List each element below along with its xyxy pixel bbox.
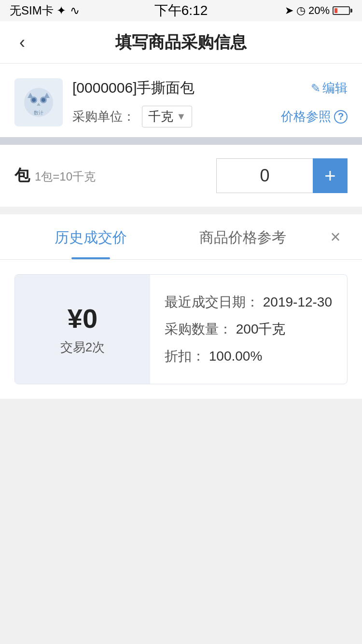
quantity-conversion: 1包=10千克 bbox=[35, 169, 96, 184]
tabs-section: 历史成交价 商品价格参考 × ¥0 交易2次 最近成交日期： 2019-12-3… bbox=[0, 214, 362, 399]
purchase-quantity-row: 采购数量： 200千克 bbox=[165, 319, 333, 339]
carrier-text: 无SIM卡 ✦ bbox=[10, 3, 66, 18]
status-right: ➤ ◷ 20% bbox=[285, 4, 352, 17]
status-left: 无SIM卡 ✦ ∿ bbox=[10, 3, 80, 18]
price-reference-btn[interactable]: 价格参照 ? bbox=[281, 108, 348, 125]
purchase-quantity-label: 采购数量： bbox=[165, 322, 232, 336]
quantity-value: 0 bbox=[260, 166, 269, 186]
quantity-controls: 0 + bbox=[216, 158, 348, 193]
recent-date-row: 最近成交日期： 2019-12-30 bbox=[165, 292, 333, 312]
price-ref-label: 价格参照 bbox=[281, 108, 331, 125]
product-info: [0000006]手撕面包 ✎ 编辑 采购单位： 千克 ▼ 价格参照 ? bbox=[72, 78, 348, 127]
section-divider bbox=[0, 137, 362, 145]
time-display: 下午6:12 bbox=[154, 1, 208, 20]
help-icon: ? bbox=[334, 110, 348, 124]
close-icon: × bbox=[330, 227, 340, 247]
edit-link[interactable]: ✎ 编辑 bbox=[311, 80, 348, 97]
recent-date-label: 最近成交日期： bbox=[165, 294, 259, 309]
history-content: ¥0 交易2次 最近成交日期： 2019-12-30 采购数量： 200千克 折… bbox=[0, 260, 362, 399]
product-logo-icon: 数计 bbox=[22, 85, 56, 119]
unit-select[interactable]: 千克 ▼ bbox=[142, 106, 192, 127]
quantity-input[interactable]: 0 bbox=[216, 158, 313, 193]
product-title-row: [0000006]手撕面包 ✎ 编辑 bbox=[72, 78, 348, 98]
header: ‹ 填写商品采购信息 bbox=[0, 21, 362, 64]
tab-price-ref-label: 商品价格参考 bbox=[199, 229, 286, 245]
quantity-unit: 包 bbox=[14, 165, 30, 186]
discount-label: 折扣： bbox=[165, 349, 205, 364]
price-display: ¥0 bbox=[68, 303, 97, 334]
back-button[interactable]: ‹ bbox=[14, 28, 30, 57]
trade-count: 交易2次 bbox=[60, 339, 105, 356]
discount-row: 折扣： 100.00% bbox=[165, 346, 333, 366]
battery-percent: 20% bbox=[308, 4, 330, 17]
product-section: 数计 [0000006]手撕面包 ✎ 编辑 采购单位： 千克 ▼ bbox=[0, 64, 362, 137]
quantity-plus-button[interactable]: + bbox=[313, 158, 348, 193]
unit-label-area: 采购单位： 千克 ▼ bbox=[72, 106, 192, 127]
svg-point-4 bbox=[42, 98, 45, 102]
unit-label: 采购单位： bbox=[72, 109, 135, 124]
product-full-name: [0000006]手撕面包 bbox=[72, 78, 195, 98]
unit-value: 千克 bbox=[148, 108, 173, 125]
page-title: 填写商品采购信息 bbox=[115, 31, 247, 54]
edit-label: 编辑 bbox=[322, 80, 348, 97]
history-card: ¥0 交易2次 最近成交日期： 2019-12-30 采购数量： 200千克 折… bbox=[14, 274, 348, 384]
discount-value: 100.00% bbox=[209, 349, 263, 364]
tab-price-reference[interactable]: 商品价格参考 bbox=[167, 214, 319, 259]
tab-history-price[interactable]: 历史成交价 bbox=[14, 214, 167, 259]
plus-icon: + bbox=[324, 165, 335, 187]
recent-date-value: 2019-12-30 bbox=[263, 294, 332, 309]
tab-history-label: 历史成交价 bbox=[55, 229, 127, 245]
price-value: 0 bbox=[83, 303, 97, 334]
price-symbol: ¥ bbox=[68, 303, 83, 334]
purchase-quantity-value: 200千克 bbox=[236, 322, 286, 336]
product-thumbnail: 数计 bbox=[14, 78, 63, 126]
alarm-icon: ◷ bbox=[296, 4, 306, 17]
tabs-header: 历史成交价 商品价格参考 × bbox=[0, 214, 362, 260]
history-card-right: 最近成交日期： 2019-12-30 采购数量： 200千克 折扣： 100.0… bbox=[150, 275, 347, 384]
quantity-label-area: 包 1包=10千克 bbox=[14, 165, 96, 186]
bottom-space bbox=[0, 399, 362, 644]
purchase-unit-row: 采购单位： 千克 ▼ 价格参照 ? bbox=[72, 106, 348, 127]
svg-point-3 bbox=[32, 98, 36, 102]
quantity-section: 包 1包=10千克 0 + bbox=[0, 145, 362, 207]
dropdown-arrow-icon: ▼ bbox=[176, 111, 186, 122]
status-bar: 无SIM卡 ✦ ∿ 下午6:12 ➤ ◷ 20% bbox=[0, 0, 362, 21]
battery-icon bbox=[333, 6, 352, 15]
history-card-left: ¥0 交易2次 bbox=[15, 275, 150, 384]
wifi-icon: ∿ bbox=[70, 4, 80, 17]
location-icon: ➤ bbox=[285, 4, 293, 17]
svg-text:数计: 数计 bbox=[34, 110, 43, 115]
tabs-close-button[interactable]: × bbox=[323, 225, 348, 249]
product-row: 数计 [0000006]手撕面包 ✎ 编辑 采购单位： 千克 ▼ bbox=[14, 78, 348, 127]
edit-icon: ✎ bbox=[311, 82, 320, 95]
